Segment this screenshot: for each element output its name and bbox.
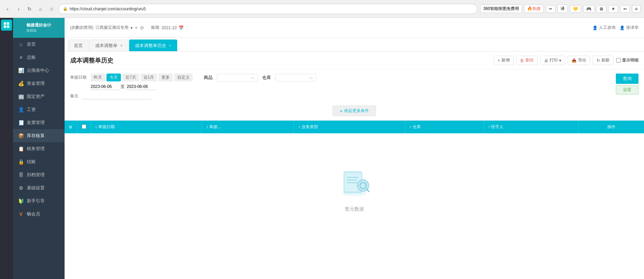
date-from-input[interactable] (90, 83, 119, 90)
guide-icon: 🔰 (18, 198, 24, 204)
game-btn[interactable]: 🎮 (583, 5, 595, 13)
company-settings-icon[interactable]: ⚙ (140, 25, 144, 31)
th-number-label: ↕ 单据... (206, 124, 221, 129)
company-selector[interactable]: (勿删勿禁用) 江西服宝测试专用 ▾ + ⚙ (70, 25, 144, 31)
search-tool-btn[interactable]: 360智能抠图免费用 (480, 4, 522, 13)
sidebar-label-ledger: 总账 (27, 54, 36, 60)
sidebar-item-reports[interactable]: 📊 云报表中心 (13, 64, 65, 77)
translate-btn[interactable]: 译 (557, 4, 568, 13)
tab-cost-adjust-close[interactable]: × (120, 43, 123, 48)
settings-button[interactable]: 设置 (616, 85, 639, 94)
refresh-btn[interactable]: ↻ 刷新 (593, 56, 613, 65)
table-container: ⚙ ↕ 单据日期 ↕ 单据... ↕ 业务类型 (65, 121, 644, 240)
th-checkbox[interactable] (77, 121, 91, 133)
refresh-label: 刷新 (601, 57, 610, 63)
service-btn[interactable]: 👤 人工咨询 (592, 25, 615, 31)
print-btn[interactable]: 🖨 打印 ▾ (540, 56, 565, 65)
tab-cost-adjust-history[interactable]: 成本调整单历史 × (129, 40, 177, 51)
sidebar: 畅捷通好会计 旗舰版 ⌂ 首页 ≡ 总账 📊 云报表中心 💰 资金管理 🏢 (13, 18, 65, 279)
th-date[interactable]: ↕ 单据日期 (91, 121, 202, 133)
company-add-icon[interactable]: + (135, 25, 138, 31)
goods-label: 商品 (204, 75, 213, 81)
display-cols-input[interactable] (616, 58, 621, 63)
fixed-assets-icon: 🏢 (18, 94, 24, 99)
export-btn[interactable]: 📤 导出 (568, 56, 590, 65)
close-period-icon: 🔒 (18, 159, 24, 165)
ledger-icon: ≡ (18, 55, 24, 60)
url-bar[interactable]: 🔒 https://cloud.chanjet.com/accounting/u… (58, 4, 477, 14)
back-button[interactable]: ‹ (3, 5, 12, 13)
tab-home-label: 首页 (74, 43, 83, 49)
app-icon-active[interactable] (1, 20, 12, 31)
sidebar-item-fixed-assets[interactable]: 🏢 固定资产 (13, 90, 65, 103)
funds-icon: 💰 (18, 81, 24, 86)
display-cols-checkbox[interactable]: 显示明细 (616, 57, 639, 63)
new-btn[interactable]: + 新增 (494, 56, 513, 65)
archive-icon: 🗄 (18, 172, 24, 178)
logo-name: 畅捷通好会计 (26, 23, 51, 28)
undo-btn[interactable]: ↩ (620, 5, 630, 13)
th-settings[interactable]: ⚙ (65, 121, 77, 133)
tab-home[interactable]: 首页 (68, 40, 89, 51)
date-btn-more[interactable]: 更多 (158, 74, 173, 81)
sidebar-label-salary: 工资 (27, 107, 36, 113)
app-container: 畅捷通好会计 旗舰版 ⌂ 首页 ≡ 总账 📊 云报表中心 💰 资金管理 🏢 (0, 18, 644, 279)
date-range-separator: 至 (121, 84, 125, 90)
notes-input[interactable] (82, 93, 151, 99)
date-btn-custom[interactable]: 自定义 (174, 74, 193, 81)
sidebar-item-inventory[interactable]: 📦 库存核算 (13, 129, 65, 142)
period-selector[interactable]: 账期 2021-10 📅 (151, 25, 184, 31)
sidebar-item-tax[interactable]: 📋 税务管理 (13, 142, 65, 155)
date-btn-today[interactable]: 今天 (106, 74, 121, 81)
goods-selector[interactable]: ··· (217, 74, 258, 81)
th-number[interactable]: ↕ 单据... (202, 121, 294, 133)
svg-rect-1 (7, 22, 9, 25)
date-quick-buttons: 昨天 今天 近7天 近1月 更多 自定义 (91, 74, 193, 81)
bookmark-button[interactable]: ☆ (47, 5, 56, 13)
user-btn[interactable]: 👤 徐泽华 (620, 25, 639, 31)
sidebar-label-reports: 云报表中心 (27, 67, 49, 74)
home-button[interactable]: ⌂ (36, 5, 45, 13)
display-cols-label: 显示明细 (622, 57, 639, 63)
sidebar-item-funds[interactable]: 💰 资金管理 (13, 77, 65, 90)
page-actions: + 新增 🗑 删除 🖨 打印 ▾ 📤 导出 (494, 56, 639, 65)
logo-sub: 旗舰版 (26, 28, 51, 33)
select-all-checkbox[interactable] (82, 124, 86, 129)
date-to-input[interactable] (126, 83, 155, 90)
sidebar-item-settings[interactable]: ⚙ 基础设置 (13, 181, 65, 194)
sidebar-item-archive[interactable]: 🗄 归档管理 (13, 168, 65, 181)
sun-btn[interactable]: ☀ (608, 5, 618, 13)
query-button[interactable]: 查询 (616, 74, 639, 84)
sidebar-item-member[interactable]: V 畅会员 (13, 208, 65, 221)
wallet-btn[interactable]: 💛 (570, 5, 581, 13)
export-icon: 📤 (572, 58, 577, 63)
menu-btn[interactable]: ≡ (632, 5, 641, 13)
grid-btn[interactable]: ⊞ (597, 5, 606, 13)
hot-btn[interactable]: 🔥热搜 (524, 4, 544, 13)
th-handler[interactable]: ↕ 经手人 (484, 121, 578, 133)
date-btn-yesterday[interactable]: 昨天 (91, 74, 105, 81)
tab-cost-adjust-history-close[interactable]: × (169, 43, 171, 48)
date-btn-7days[interactable]: 近7天 (122, 74, 139, 81)
scissors-btn[interactable]: ✂ (546, 5, 555, 13)
sidebar-item-close[interactable]: 🔒 结账 (13, 155, 65, 168)
forward-button[interactable]: › (14, 5, 23, 13)
sidebar-item-home[interactable]: ⌂ 首页 (13, 38, 65, 51)
sidebar-item-salary[interactable]: 👤 工资 (13, 103, 65, 116)
settings-icon: ⚙ (18, 185, 24, 191)
th-biz-type[interactable]: ↕ 业务类型 (294, 121, 405, 133)
user-avatar-icon: 👤 (620, 25, 625, 30)
delete-btn[interactable]: 🗑 删除 (516, 56, 538, 65)
tab-cost-adjust[interactable]: 成本调整单 × (89, 40, 128, 51)
top-bar-right: 👤 人工咨询 👤 徐泽华 (592, 25, 639, 31)
new-label: 新增 (501, 57, 510, 63)
th-warehouse[interactable]: ↕ 仓库 (405, 121, 484, 133)
sidebar-item-guide[interactable]: 🔰 新手引导 (13, 194, 65, 208)
warehouse-selector[interactable]: ··· (275, 74, 316, 81)
sidebar-item-ledger[interactable]: ≡ 总账 (13, 51, 65, 64)
sidebar-item-invoice[interactable]: 🧾 发票管理 (13, 116, 65, 129)
refresh-button[interactable]: ↻ (25, 5, 34, 13)
date-btn-1month[interactable]: 近1月 (140, 74, 157, 81)
collapse-label: 收起更多条件 (344, 108, 369, 114)
collapse-button[interactable]: ∧ 收起更多条件 (332, 105, 376, 116)
